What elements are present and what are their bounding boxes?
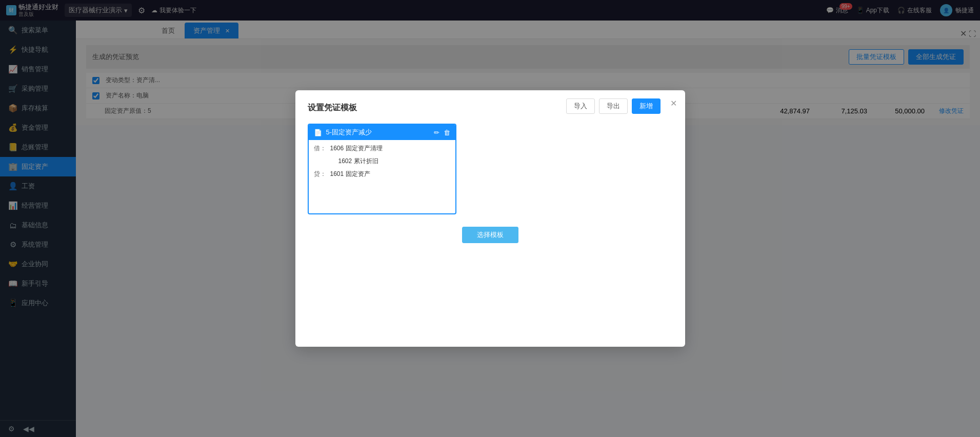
template-entry-1: 借： 1606 固定资产清理 <box>309 142 455 155</box>
modal-overlay: 设置凭证模板 ✕ 导入 导出 新增 📄 <box>76 39 980 437</box>
template-card-header: 📄 5-固定资产减少 ✏ 🗑 <box>309 125 455 140</box>
select-template-area: 选择模板 <box>308 227 673 243</box>
select-template-button[interactable]: 选择模板 <box>462 227 518 243</box>
modal-dialog: 设置凭证模板 ✕ 导入 导出 新增 📄 <box>295 90 685 347</box>
template-entry-3: 贷： 1601 固定资产 <box>309 168 455 181</box>
template-delete-icon[interactable]: 🗑 <box>444 129 450 136</box>
modal-body: 📄 5-固定资产减少 ✏ 🗑 借： <box>308 124 673 243</box>
template-doc-icon: 📄 <box>314 129 322 136</box>
template-empty-area <box>309 181 455 211</box>
template-card: 📄 5-固定资产减少 ✏ 🗑 借： <box>308 124 456 214</box>
import-button[interactable]: 导入 <box>566 98 595 114</box>
export-button[interactable]: 导出 <box>599 98 628 114</box>
template-card-actions: ✏ 🗑 <box>434 129 450 136</box>
template-edit-icon[interactable]: ✏ <box>434 129 439 136</box>
new-button[interactable]: 新增 <box>632 98 661 114</box>
template-card-body: 借： 1606 固定资产清理 1602 累计折旧 贷： <box>309 140 455 213</box>
page-wrapper: 生成的凭证预览 批量凭证模板 全部生成凭证 变动类型：资产清... <box>76 39 980 437</box>
template-name: 5-固定资产减少 <box>326 128 372 137</box>
modal-close-button[interactable]: ✕ <box>670 98 677 108</box>
content-area: 首页 资产管理 ✕ ✕ ⛶ 生成的凭证预览 批量凭证模板 <box>76 21 980 437</box>
modal-header-actions: 导入 导出 新增 <box>566 98 661 114</box>
template-entry-2: 1602 累计折旧 <box>309 155 455 168</box>
